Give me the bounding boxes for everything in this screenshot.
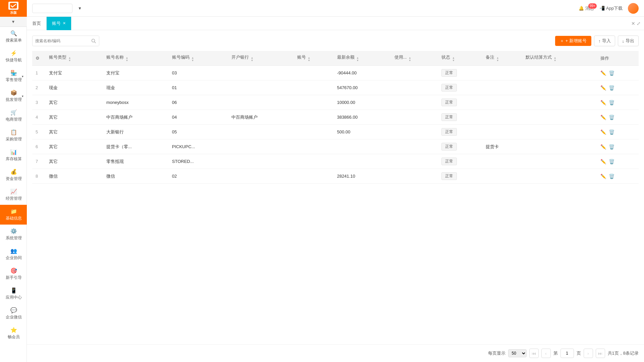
edit-icon[interactable]: ✏️ [600, 85, 606, 90]
edit-icon[interactable]: ✏️ [600, 129, 606, 135]
delete-icon[interactable]: 🗑️ [609, 174, 614, 179]
delete-icon[interactable]: 🗑️ [609, 159, 614, 164]
tab-close-all-icon[interactable]: ✕ [631, 21, 635, 26]
row-balance [334, 154, 391, 169]
ecommerce-icon: 🛒 [10, 109, 17, 116]
row-bank: 中百商场账户 [228, 110, 294, 125]
sidebar-item-retail[interactable]: 🏪 零售管理 ▼ [0, 66, 27, 86]
edit-icon[interactable]: ✏️ [600, 100, 606, 105]
edit-icon[interactable]: ✏️ [600, 115, 606, 120]
row-balance [334, 139, 391, 154]
page-number-input[interactable]: 1 [560, 349, 574, 358]
edit-icon[interactable]: ✏️ [600, 70, 606, 76]
edit-icon[interactable]: ✏️ [600, 144, 606, 149]
sort-icon[interactable]: ▲▼ [191, 57, 194, 62]
export-icon: ↓ [622, 39, 625, 44]
row-type: 其它 [46, 110, 103, 125]
action-icons: ✏️ 🗑️ [600, 144, 635, 149]
purchase-icon: 📋 [10, 129, 17, 135]
row-bank [228, 139, 294, 154]
col-account-label: 账号 [297, 55, 306, 60]
sort-icon[interactable]: ▲▼ [308, 57, 310, 62]
sort-icon[interactable]: ▲▼ [452, 57, 455, 62]
row-remark: 提货卡 [482, 139, 522, 154]
sidebar-item-wechat[interactable]: 💬 企业微信 [0, 304, 27, 323]
sidebar-item-app-center[interactable]: 📱 应用中心 [0, 284, 27, 304]
per-page-select[interactable]: 50 100 [508, 349, 527, 357]
company-dropdown-btn[interactable]: ▼ [76, 6, 82, 11]
toolbar-right: ＋ + 新增账号 ↑ 导入 ↓ 导出 [555, 36, 639, 46]
sidebar-item-member[interactable]: ⭐ 畅会员 [0, 323, 27, 343]
next-page-btn[interactable]: › [584, 349, 593, 358]
sidebar-item-purchase[interactable]: 📋 采购管理 [0, 126, 27, 145]
sort-icon[interactable]: ▲▼ [356, 57, 359, 62]
row-remark [482, 95, 522, 110]
sidebar-item-search[interactable]: 🔍 搜索菜单 [0, 27, 27, 47]
search-input[interactable] [33, 39, 88, 43]
sidebar-item-basic-info[interactable]: 📁 基础信息 [0, 205, 27, 225]
delete-icon[interactable]: 🗑️ [609, 144, 614, 149]
sidebar-item-quick-nav[interactable]: ⚡ 快捷导航 [0, 47, 27, 66]
sidebar-item-system[interactable]: ⚙️ 系统管理 [0, 225, 27, 244]
sort-icon[interactable]: ▲▼ [68, 57, 71, 62]
row-action: ✏️ 🗑️ [597, 169, 639, 184]
tab-account[interactable]: 账号 ✕ [47, 17, 71, 30]
home-tab-label: 首页 [32, 20, 41, 26]
delete-icon[interactable]: 🗑️ [609, 100, 614, 105]
company-dropdown[interactable]: ▼ [0, 17, 27, 27]
row-bank [228, 95, 294, 110]
sort-icon[interactable]: ▲▼ [251, 57, 253, 62]
sidebar-item-operations[interactable]: 📈 经营管理 [0, 185, 27, 205]
col-type-label: 账号类型 [49, 55, 66, 60]
settings-icon[interactable]: ⚙ [36, 56, 40, 61]
tab-expand-icon[interactable]: ⤢ [637, 21, 641, 26]
col-action-label: 操作 [600, 56, 609, 61]
messages-btn[interactable]: 🔔 消息 99+ [579, 5, 594, 11]
sidebar-item-ecommerce[interactable]: 🛒 电商管理 [0, 106, 27, 126]
delete-icon[interactable]: 🗑️ [609, 129, 614, 135]
status-badge: 正常 [441, 99, 457, 106]
gear-column[interactable]: ⚙ [32, 51, 46, 66]
top-search-input[interactable] [32, 4, 72, 13]
sort-icon[interactable]: ▲▼ [126, 57, 128, 62]
add-icon: ＋ [560, 38, 564, 44]
per-page-label: 每页显示 [488, 350, 505, 356]
row-type: 现金 [46, 80, 103, 95]
action-icons: ✏️ 🗑️ [600, 174, 635, 179]
tab-home[interactable]: 首页 [27, 17, 47, 30]
delete-icon[interactable]: 🗑️ [609, 85, 614, 90]
wholesale-icon: 📦 [10, 89, 17, 96]
sort-icon[interactable]: ▲▼ [554, 57, 556, 62]
app-download-btn[interactable]: 📲 App下载 [599, 5, 623, 11]
sidebar-item-label: 零售管理 [6, 77, 22, 83]
sidebar-item-wholesale[interactable]: 📦 批发管理 ▼ [0, 86, 27, 106]
row-settlement [522, 139, 597, 154]
delete-icon[interactable]: 🗑️ [609, 70, 614, 76]
import-button[interactable]: ↑ 导入 [594, 36, 615, 46]
first-page-btn[interactable]: ⏮ [529, 349, 539, 358]
delete-icon[interactable]: 🗑️ [609, 115, 614, 120]
prev-page-btn[interactable]: ‹ [541, 349, 551, 358]
tab-close-icon[interactable]: ✕ [63, 21, 66, 25]
row-remark [482, 169, 522, 184]
row-name: 微信 [103, 169, 169, 184]
export-button[interactable]: ↓ 导出 [618, 36, 639, 46]
edit-icon[interactable]: ✏️ [600, 174, 606, 179]
row-usage [391, 80, 438, 95]
user-avatar[interactable] [628, 3, 639, 14]
edit-icon[interactable]: ✏️ [600, 159, 606, 164]
search-button[interactable] [88, 36, 99, 46]
sort-icon[interactable]: ▲▼ [496, 57, 499, 62]
action-icons: ✏️ 🗑️ [600, 129, 635, 135]
row-name: 现金 [103, 80, 169, 95]
sidebar-item-label: 批发管理 [6, 97, 22, 103]
sidebar-item-guide[interactable]: 🎯 新手引导 [0, 264, 27, 284]
sidebar-item-inventory[interactable]: 📊 库存核算 [0, 145, 27, 165]
sidebar-item-enterprise[interactable]: 👥 企业协同 [0, 244, 27, 264]
sort-icon[interactable]: ▲▼ [409, 57, 411, 62]
sidebar-item-finance[interactable]: 💰 资金管理 [0, 165, 27, 185]
last-page-btn[interactable]: ⏭ [596, 349, 605, 358]
add-account-button[interactable]: ＋ + 新增账号 [555, 36, 591, 46]
row-balance: 547670.00 [334, 80, 391, 95]
account-tab-label: 账号 [52, 20, 61, 26]
